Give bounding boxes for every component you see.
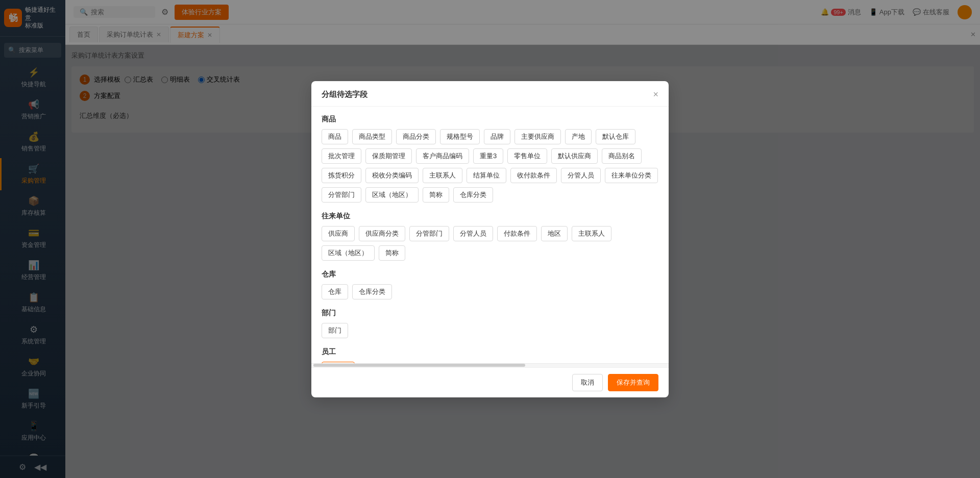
field-tag-warehouse-1[interactable]: 仓库分类 — [352, 284, 392, 299]
field-tag-product-0[interactable]: 商品 — [322, 129, 348, 144]
group-title-department: 部门 — [322, 309, 658, 318]
group-title-counterparty: 往来单位 — [322, 212, 658, 221]
group-title-product: 商品 — [322, 115, 658, 124]
field-tag-counter-6[interactable]: 主联系人 — [572, 226, 611, 241]
field-tag-product-7[interactable]: 默认仓库 — [596, 129, 635, 144]
dialog-save-button[interactable]: 保存并查询 — [608, 374, 658, 391]
field-selection-dialog: 分组待选字段 × 商品 商品 商品类型 商品分类 规格型号 品牌 主要供应商 产… — [311, 81, 669, 397]
dialog-cancel-button[interactable]: 取消 — [572, 374, 603, 391]
group-title-warehouse: 仓库 — [322, 270, 658, 279]
field-tag-product-3[interactable]: 规格型号 — [440, 129, 480, 144]
field-group-employee: 员工 业务员 — [322, 347, 658, 363]
field-tag-counter-8[interactable]: 简称 — [379, 245, 405, 261]
field-tag-product-2[interactable]: 商品分类 — [396, 129, 436, 144]
field-tag-product-6[interactable]: 产地 — [565, 129, 592, 144]
field-tag-product-25[interactable]: 仓库分类 — [453, 187, 493, 203]
field-tag-product-17[interactable]: 主联系人 — [423, 168, 462, 183]
field-tag-product-16[interactable]: 税收分类编码 — [365, 168, 419, 183]
field-tag-product-13[interactable]: 默认供应商 — [551, 148, 598, 164]
field-tag-product-18[interactable]: 结算单位 — [467, 168, 506, 183]
field-tag-product-12[interactable]: 零售单位 — [507, 148, 547, 164]
field-tag-product-1[interactable]: 商品类型 — [352, 129, 392, 144]
dialog-horizontal-scrollbar[interactable] — [311, 363, 669, 367]
warehouse-field-tags: 仓库 仓库分类 — [322, 284, 658, 299]
field-tag-product-11[interactable]: 重量3 — [473, 148, 503, 164]
field-tag-product-21[interactable]: 往来单位分类 — [605, 168, 658, 183]
dialog-footer: 取消 保存并查询 — [311, 367, 669, 397]
field-tag-product-23[interactable]: 区域（地区） — [365, 187, 419, 203]
dialog-title: 分组待选字段 — [322, 90, 368, 99]
field-group-warehouse: 仓库 仓库 仓库分类 — [322, 270, 658, 299]
field-tag-product-15[interactable]: 拣货积分 — [322, 168, 361, 183]
field-group-counterparty: 往来单位 供应商 供应商分类 分管部门 分管人员 付款条件 地区 主联系人 区域… — [322, 212, 658, 261]
field-tag-warehouse-0[interactable]: 仓库 — [322, 284, 348, 299]
field-tag-counter-4[interactable]: 付款条件 — [497, 226, 537, 241]
group-title-employee: 员工 — [322, 347, 658, 357]
department-field-tags: 部门 — [322, 323, 658, 338]
field-tag-product-5[interactable]: 主要供应商 — [514, 129, 561, 144]
field-tag-product-19[interactable]: 收付款条件 — [510, 168, 557, 183]
field-tag-counter-0[interactable]: 供应商 — [322, 226, 355, 241]
field-group-product: 商品 商品 商品类型 商品分类 规格型号 品牌 主要供应商 产地 默认仓库 批次… — [322, 115, 658, 203]
field-tag-product-8[interactable]: 批次管理 — [322, 148, 361, 164]
dialog-hscroll-bar — [313, 364, 525, 367]
field-tag-product-14[interactable]: 商品别名 — [602, 148, 642, 164]
dialog-body[interactable]: 商品 商品 商品类型 商品分类 规格型号 品牌 主要供应商 产地 默认仓库 批次… — [311, 107, 669, 363]
field-tag-counter-2[interactable]: 分管部门 — [409, 226, 449, 241]
field-tag-product-10[interactable]: 客户商品编码 — [416, 148, 469, 164]
field-tag-product-20[interactable]: 分管人员 — [561, 168, 601, 183]
field-group-department: 部门 部门 — [322, 309, 658, 338]
field-tag-counter-1[interactable]: 供应商分类 — [359, 226, 405, 241]
field-tag-counter-5[interactable]: 地区 — [541, 226, 568, 241]
product-field-tags: 商品 商品类型 商品分类 规格型号 品牌 主要供应商 产地 默认仓库 批次管理 … — [322, 129, 658, 203]
counterparty-field-tags: 供应商 供应商分类 分管部门 分管人员 付款条件 地区 主联系人 区域（地区） … — [322, 226, 658, 261]
dialog-header: 分组待选字段 × — [311, 81, 669, 107]
dialog-close-button[interactable]: × — [653, 89, 658, 100]
field-tag-department-0[interactable]: 部门 — [322, 323, 348, 338]
field-tag-product-9[interactable]: 保质期管理 — [365, 148, 412, 164]
field-tag-counter-3[interactable]: 分管人员 — [453, 226, 493, 241]
field-tag-product-4[interactable]: 品牌 — [484, 129, 510, 144]
field-tag-product-24[interactable]: 简称 — [423, 187, 449, 203]
field-tag-counter-7[interactable]: 区域（地区） — [322, 245, 375, 261]
field-tag-product-22[interactable]: 分管部门 — [322, 187, 361, 203]
